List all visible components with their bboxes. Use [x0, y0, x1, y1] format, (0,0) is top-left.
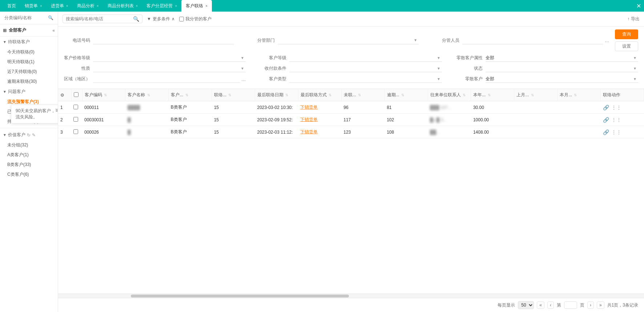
customer-type-select[interactable]	[289, 75, 442, 82]
col-unit-contact[interactable]: 往来单位联系人 ⇅	[428, 89, 471, 101]
sort-icon-overdue: ⇅	[401, 93, 404, 97]
region-more-dots[interactable]: ...	[241, 76, 246, 82]
col-last-month[interactable]: 上月... ⇅	[514, 89, 558, 101]
more-action-icon[interactable]: ⋮⋮	[611, 105, 621, 110]
scrollbar-thumb[interactable]	[131, 295, 349, 297]
my-customers-checkbox-wrap[interactable]: 我分管的客户	[179, 16, 212, 22]
page-size-select[interactable]: 50	[518, 301, 534, 309]
select-all-checkbox[interactable]	[74, 92, 79, 97]
table-body: 1 000011 ████ B类客户 15 2023-03-02 10:30: …	[58, 101, 644, 138]
more-action-icon[interactable]: ⋮⋮	[611, 129, 621, 135]
col-last-date[interactable]: 最后联络日期 ⇅	[255, 89, 298, 101]
row-checkbox[interactable]	[73, 129, 78, 134]
nav-tab-analysis[interactable]: 商品分析 ×	[73, 0, 103, 12]
link-action-icon[interactable]: 🔗	[603, 117, 609, 123]
price-level-select[interactable]	[93, 54, 246, 61]
col-this-month[interactable]: 本月... ⇅	[558, 89, 601, 101]
person-input[interactable]	[462, 37, 603, 44]
dept-select[interactable]	[278, 37, 419, 44]
sort-icon-this-year: ⇅	[488, 93, 491, 97]
col-this-year[interactable]: 本年... ⇅	[471, 89, 514, 101]
customer-level-select[interactable]	[289, 54, 442, 61]
close-purchase-tab[interactable]: ×	[66, 4, 68, 8]
sidebar-search-icon[interactable]: 🔍	[48, 15, 53, 20]
sidebar-collapse-btn[interactable]: «	[52, 28, 55, 33]
status-select[interactable]	[486, 65, 638, 72]
more-action-icon[interactable]: ⋮⋮	[611, 117, 621, 123]
my-customers-checkbox[interactable]	[179, 17, 184, 21]
zero-attr-label: 零散客户属性	[456, 55, 486, 61]
chevron-icon-3: ▼	[437, 56, 440, 60]
col-code[interactable]: 客户编码 ⇅	[82, 89, 125, 101]
payment-select[interactable]	[289, 65, 442, 72]
nav-tab-purchase[interactable]: 进货单 ×	[47, 0, 73, 12]
col-contact[interactable]: 联络... ⇅	[212, 89, 255, 101]
edit-icon[interactable]: ✎	[32, 133, 36, 138]
window-close-button[interactable]: ✕	[636, 3, 641, 9]
sidebar-item-7days[interactable]: 近7天待联络(0)	[0, 67, 58, 77]
refresh-icon[interactable]: ↻	[27, 133, 31, 138]
sort-icon-code: ⇅	[104, 93, 107, 97]
region-input[interactable]	[93, 75, 240, 83]
sidebar-item-c-class[interactable]: C类客户(6)	[0, 170, 58, 179]
nav-tab-customer-layer[interactable]: 客户分层经营 ×	[142, 0, 181, 12]
row-checkbox[interactable]	[73, 117, 78, 122]
sidebar-search-input[interactable]	[3, 15, 55, 21]
col-last-method[interactable]: 最后联络方式 ⇅	[298, 89, 341, 101]
sidebar-all-customers[interactable]: ⊞ 全部客户 «	[0, 24, 58, 37]
row-checkbox[interactable]	[73, 105, 78, 109]
row-actions: 🔗 ⋮⋮	[601, 114, 644, 126]
sidebar-item-b-class[interactable]: B类客户(33)	[0, 160, 58, 170]
horizontal-scrollbar[interactable]	[58, 293, 644, 298]
filter-actions: 查询 设置	[615, 29, 638, 51]
tooltip-problem-customers: 90天未交易的客户，可能有流失风险。	[11, 105, 58, 123]
next-page-button[interactable]: ›	[587, 301, 594, 309]
close-analysis-list-tab[interactable]: ×	[136, 4, 138, 8]
chevron-icon-9: ▼	[633, 77, 637, 81]
close-customer-contact-tab[interactable]: ×	[205, 4, 208, 8]
nature-select[interactable]	[93, 65, 246, 72]
sidebar-item-ungrouped[interactable]: 未分组(32)	[0, 140, 58, 150]
row-unit-contact: ██...	[428, 126, 471, 138]
link-action-icon[interactable]: 🔗	[603, 129, 609, 135]
last-page-button[interactable]: »	[597, 301, 604, 309]
close-analysis-tab[interactable]: ×	[97, 4, 99, 8]
sidebar-item-tomorrow[interactable]: 明天待联络(1)	[0, 57, 58, 67]
row-last-date: 2023-02-09 19:52:	[255, 114, 298, 126]
sidebar-item-a-class[interactable]: A类客户(1)	[0, 150, 58, 160]
more-conditions-button[interactable]: ▼ 更多条件 ∧	[147, 16, 175, 22]
close-sales-tab[interactable]: ×	[40, 4, 42, 8]
export-button[interactable]: ↑ 导出	[627, 16, 640, 22]
more-options-dots[interactable]: ...	[605, 37, 609, 43]
sidebar-group-problem[interactable]: ▼ 问题客户	[0, 86, 58, 97]
filter-payment: 收付款条件 ▼	[260, 65, 442, 72]
nav-tab-analysis-list[interactable]: 商品分析列表 ×	[103, 0, 142, 12]
zero-attr-select[interactable]: 全部	[486, 54, 638, 61]
row-this-year: 1000.00	[471, 114, 514, 126]
phone-input[interactable]	[93, 37, 234, 44]
nav-home[interactable]: 首页	[3, 3, 20, 9]
close-customer-layer-tab[interactable]: ×	[175, 4, 177, 8]
page-number-input[interactable]: 1	[564, 301, 577, 309]
filter-status: 状态 ▼	[456, 65, 638, 72]
col-settings[interactable]: ⚙	[58, 89, 71, 101]
sidebar-item-today[interactable]: 今天待联络(0)	[0, 47, 58, 57]
nav-tab-customer-contact[interactable]: 客户联络 ×	[181, 0, 212, 12]
search-icon[interactable]: 🔍	[133, 16, 139, 22]
first-page-button[interactable]: «	[537, 301, 544, 309]
sidebar-group-value[interactable]: ▼ 价值客户 ↻ ✎	[0, 130, 58, 140]
link-action-icon[interactable]: 🔗	[603, 105, 609, 110]
col-no-contact[interactable]: 未联... ⇅	[341, 89, 385, 101]
settings-button[interactable]: 设置	[615, 41, 638, 51]
nav-tab-sales[interactable]: 销货单 ×	[20, 0, 47, 12]
col-type[interactable]: 客户... ⇅	[169, 89, 212, 101]
search-input[interactable]	[66, 16, 133, 21]
customer-type-select-wrap: ▼	[289, 75, 442, 83]
prev-page-button[interactable]: ‹	[547, 301, 554, 309]
col-name[interactable]: 客户名称 ⇅	[125, 89, 169, 101]
sidebar-group-pending[interactable]: ▼ 待联络客户	[0, 37, 58, 47]
sidebar-item-overdue[interactable]: 逾期未联络(30)	[0, 77, 58, 86]
col-overdue[interactable]: 逾期... ⇅	[385, 89, 428, 101]
zero-customer-select[interactable]: 全部	[486, 75, 638, 82]
query-button[interactable]: 查询	[615, 29, 638, 39]
